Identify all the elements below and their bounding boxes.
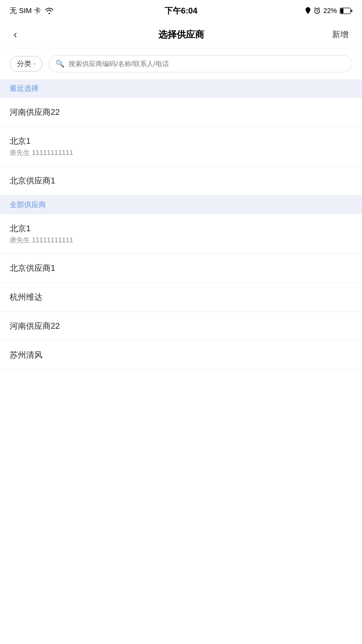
search-input[interactable] bbox=[69, 60, 345, 68]
battery-label: 22% bbox=[323, 7, 337, 14]
location-icon bbox=[305, 7, 311, 14]
list-item[interactable]: 北京1 唐先生 11111111111 bbox=[0, 127, 362, 167]
recent-list: 河南供应商22 北京1 唐先生 11111111111 北京供应商1 bbox=[0, 98, 362, 196]
wifi-icon bbox=[45, 7, 54, 14]
item-detail: 唐先生 11111111111 bbox=[10, 149, 352, 157]
recent-section-label: 最近选择 bbox=[10, 84, 39, 92]
add-button[interactable]: 新增 bbox=[328, 25, 352, 44]
item-detail: 唐先生 11111111111 bbox=[10, 236, 352, 245]
item-name: 河南供应商22 bbox=[10, 321, 352, 332]
filter-bar: 分类 › 🔍 bbox=[0, 48, 362, 79]
item-name: 北京供应商1 bbox=[10, 263, 352, 274]
list-item[interactable]: 河南供应商22 bbox=[0, 312, 362, 341]
all-section-header: 全部供应商 bbox=[0, 196, 362, 214]
category-label: 分类 bbox=[17, 59, 31, 69]
list-item[interactable]: 杭州维达 bbox=[0, 283, 362, 312]
status-time: 下午6:04 bbox=[165, 5, 197, 16]
search-icon: 🔍 bbox=[56, 59, 65, 68]
svg-rect-2 bbox=[341, 8, 344, 13]
list-item[interactable]: 苏州清风 bbox=[0, 341, 362, 370]
page-title: 选择供应商 bbox=[158, 28, 204, 41]
all-list: 北京1 唐先生 11111111111 北京供应商1杭州维达河南供应商22苏州清… bbox=[0, 214, 362, 370]
item-name: 北京1 bbox=[10, 136, 352, 147]
status-left: 无 SIM 卡 bbox=[10, 6, 54, 15]
all-section-label: 全部供应商 bbox=[10, 200, 46, 209]
list-item[interactable]: 北京供应商1 bbox=[0, 167, 362, 196]
category-button[interactable]: 分类 › bbox=[10, 56, 42, 72]
list-item[interactable]: 北京1 唐先生 11111111111 bbox=[0, 214, 362, 254]
alarm-icon bbox=[314, 7, 320, 14]
list-item[interactable]: 河南供应商22 bbox=[0, 98, 362, 127]
battery-icon bbox=[340, 8, 352, 14]
item-name: 苏州清风 bbox=[10, 350, 352, 361]
no-sim-label: 无 SIM 卡 bbox=[10, 6, 41, 15]
nav-bar: ‹ 选择供应商 新增 bbox=[0, 21, 362, 48]
recent-section-header: 最近选择 bbox=[0, 79, 362, 98]
item-name: 河南供应商22 bbox=[10, 107, 352, 118]
status-right: 22% bbox=[305, 7, 352, 14]
item-name: 北京1 bbox=[10, 223, 352, 234]
list-item[interactable]: 北京供应商1 bbox=[0, 254, 362, 283]
chevron-right-icon: › bbox=[33, 60, 35, 67]
item-name: 杭州维达 bbox=[10, 292, 352, 303]
status-bar: 无 SIM 卡 下午6:04 22% bbox=[0, 0, 362, 21]
back-button[interactable]: ‹ bbox=[10, 25, 21, 45]
item-name: 北京供应商1 bbox=[10, 175, 352, 186]
search-box[interactable]: 🔍 bbox=[48, 55, 352, 72]
